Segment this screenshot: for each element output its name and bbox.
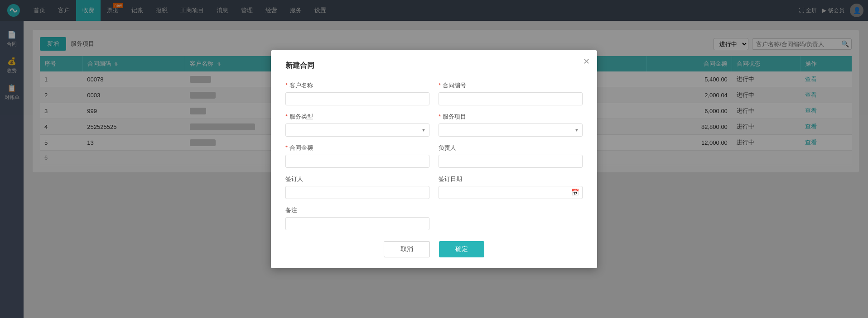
service-type-label: 服务类型 <box>285 113 429 121</box>
responsible-label: 负责人 <box>439 144 583 152</box>
form-group-service-item: 服务项目 <box>439 113 583 137</box>
customer-label: 客户名称 <box>285 81 429 90</box>
signer-input[interactable] <box>285 186 429 199</box>
remark-input[interactable] <box>285 217 429 230</box>
service-type-select[interactable] <box>285 123 429 137</box>
form-row-5: 备注 <box>285 206 583 230</box>
contract-no-label: 合同编号 <box>439 81 583 90</box>
customer-input[interactable] <box>285 92 429 105</box>
sign-date-input[interactable]: 2023-06-06 <box>439 186 583 199</box>
form-group-amount: 合同金额 0.00 <box>285 144 429 168</box>
form-row-1: 客户名称 合同编号 <box>285 81 583 105</box>
sign-date-wrap: 2023-06-06 📅 <box>439 186 583 199</box>
dialog-footer: 取消 确定 <box>285 241 583 257</box>
dialog-title: 新建合同 <box>285 61 583 71</box>
service-item-select[interactable] <box>439 123 583 137</box>
form-row-2: 服务类型 服务项目 <box>285 113 583 137</box>
amount-label: 合同金额 <box>285 144 429 152</box>
amount-input[interactable]: 0.00 <box>285 155 429 168</box>
service-item-select-wrap <box>439 123 583 137</box>
service-item-label: 服务项目 <box>439 113 583 121</box>
cancel-button[interactable]: 取消 <box>384 241 430 257</box>
responsible-input[interactable] <box>439 155 583 168</box>
form-group-service-type: 服务类型 <box>285 113 429 137</box>
contract-no-input[interactable] <box>439 92 583 105</box>
dialog-close-button[interactable]: ✕ <box>583 57 590 66</box>
confirm-button[interactable]: 确定 <box>439 241 484 257</box>
form-group-contract-no: 合同编号 <box>439 81 583 105</box>
service-type-select-wrap <box>285 123 429 137</box>
new-contract-dialog: ✕ 新建合同 客户名称 合同编号 服务类型 <box>271 50 597 268</box>
form-row-4: 签订人 签订日期 2023-06-06 📅 <box>285 175 583 199</box>
sign-date-label: 签订日期 <box>439 175 583 183</box>
dialog-overlay: ✕ 新建合同 客户名称 合同编号 服务类型 <box>0 0 868 318</box>
form-group-sign-date: 签订日期 2023-06-06 📅 <box>439 175 583 199</box>
form-group-customer: 客户名称 <box>285 81 429 105</box>
form-row-3: 合同金额 0.00 负责人 <box>285 144 583 168</box>
form-group-responsible: 负责人 <box>439 144 583 168</box>
signer-label: 签订人 <box>285 175 429 183</box>
form-group-remark: 备注 <box>285 206 429 230</box>
form-group-signer: 签订人 <box>285 175 429 199</box>
remark-label: 备注 <box>285 206 429 214</box>
